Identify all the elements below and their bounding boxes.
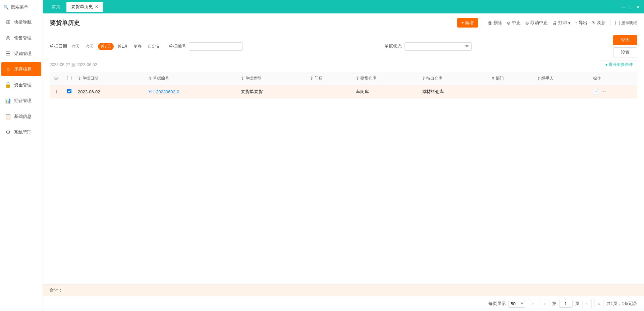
- print-icon: 🖨: [552, 20, 557, 26]
- col-store[interactable]: ⇕ 门店: [307, 72, 353, 85]
- filter-area: 单据日期 昨天 今天 近7天 近1月 更多 自定义 单据编号 单据状态: [43, 31, 644, 72]
- row-checkbox-cell: [63, 85, 75, 98]
- col-pending-warehouse[interactable]: ⇕ 待出仓库: [419, 72, 489, 85]
- table-container: ⚙ ⇕ 单据日期 ⇕ 单据编号: [43, 72, 644, 284]
- status-label: 单据状态: [384, 43, 402, 49]
- col-req-warehouse[interactable]: ⇕ 要货仓库: [353, 72, 419, 85]
- purchase-icon: ☰: [5, 50, 11, 57]
- page-suffix: 页: [575, 301, 580, 307]
- sidebar-item-purchase[interactable]: ☰ 采购管理: [1, 46, 41, 61]
- row-pending-warehouse: 原材料仓库: [419, 85, 489, 98]
- date-btn-custom[interactable]: 自定义: [146, 43, 162, 50]
- sidebar-item-sales[interactable]: ◎ 销售管理: [1, 31, 41, 45]
- base-icon: 📋: [5, 113, 11, 120]
- header-row: ⚙ ⇕ 单据日期 ⇕ 单据编号: [50, 72, 637, 85]
- export-icon: ↑: [575, 20, 578, 26]
- col-bill-no[interactable]: ⇕ 单据编号: [146, 72, 238, 85]
- col-handler[interactable]: ⇕ 经手人: [534, 72, 590, 85]
- sidebar-item-base[interactable]: 📋 基础信息: [1, 109, 41, 124]
- sidebar-item-finance[interactable]: 🔒 资金管理: [1, 78, 41, 92]
- date-btn-1month[interactable]: 近1月: [116, 43, 130, 50]
- sidebar-item-system[interactable]: ⚙ 系统管理: [1, 125, 41, 139]
- col-actions: 操作: [590, 72, 637, 85]
- pagination-prev-prev[interactable]: «: [528, 299, 537, 308]
- sidebar-item-label: 快捷导航: [14, 19, 32, 25]
- stop-label: 中止: [512, 20, 521, 26]
- window-maximize-icon[interactable]: □: [630, 4, 632, 9]
- row-checkbox[interactable]: [67, 89, 71, 93]
- tab-close-icon[interactable]: ✕: [95, 4, 98, 9]
- expand-more-button[interactable]: ▾ 展开更多条件: [601, 60, 637, 69]
- cancel-stop-label: 取消中止: [530, 20, 548, 26]
- sidebar-search-label: 搜索菜单: [11, 4, 28, 10]
- delete-icon: 🗑: [488, 20, 492, 26]
- display-compact-toggle[interactable]: 显示明细: [615, 20, 637, 26]
- delete-label: 删除: [493, 20, 502, 26]
- col-billtype-sort-icon: ⇕: [241, 76, 245, 81]
- pagination-next-next[interactable]: »: [594, 299, 604, 308]
- shortcut-icon: ⊞: [5, 19, 11, 25]
- bill-no-link[interactable]: YH-20230602-0: [149, 89, 179, 94]
- select-all-checkbox[interactable]: [67, 76, 71, 80]
- sidebar-item-shortcut[interactable]: ⊞ 快捷导航: [1, 15, 41, 29]
- col-settings: ⚙: [50, 72, 63, 85]
- operations-icon: 📊: [5, 97, 11, 104]
- per-page-select[interactable]: 50 10 20 100: [508, 300, 525, 308]
- stop-button[interactable]: ⊘ 中止: [507, 20, 521, 26]
- row-num: 1: [50, 85, 63, 98]
- page-label-first: 第: [552, 301, 556, 307]
- window-close-icon[interactable]: ✕: [636, 4, 640, 9]
- print-label: 打印: [558, 20, 567, 26]
- add-button[interactable]: + 新增: [457, 18, 478, 28]
- row-date: 2023-06-02: [75, 85, 146, 98]
- status-select[interactable]: [405, 42, 472, 51]
- filter-row-1: 单据日期 昨天 今天 近7天 近1月 更多 自定义 单据编号 单据状态: [50, 35, 637, 57]
- col-department[interactable]: ⇕ 部门: [489, 72, 534, 85]
- tab-home[interactable]: 首页: [47, 2, 65, 12]
- page-content: 要货单历史 + 新增 🗑 删除 ⊘ 中止 ⊛ 取消中止 🖨 打: [43, 13, 644, 311]
- date-filter: 单据日期 昨天 今天 近7天 近1月 更多 自定义: [50, 43, 162, 50]
- sidebar-search[interactable]: 🔍 搜索菜单: [0, 0, 43, 14]
- action-buttons: 查询 设置: [613, 35, 637, 57]
- refresh-button[interactable]: ↻ 刷新: [592, 20, 606, 26]
- page-number-input[interactable]: [559, 300, 573, 308]
- table-body: 1 2023-06-02 YH-20230602-0 要货单要货: [50, 85, 637, 98]
- refresh-icon: ↻: [592, 20, 596, 26]
- export-button[interactable]: ↑ 导出: [575, 20, 588, 26]
- column-settings-icon[interactable]: ⚙: [52, 74, 60, 83]
- col-date-label: ⇕: [78, 76, 82, 81]
- sidebar-item-inventory[interactable]: ⌂ 库存核算: [1, 62, 41, 76]
- row-handler: [534, 85, 590, 98]
- window-minimize-icon[interactable]: —: [621, 4, 626, 9]
- sidebar: 🔍 搜索菜单 ⊞ 快捷导航 ◎ 销售管理 ☰ 采购管理 ⌂ 库存核算 🔒 资金管…: [0, 0, 43, 311]
- page-title: 要货单历史: [50, 19, 80, 27]
- col-dept-sort-icon: ⇕: [491, 76, 496, 81]
- date-btn-more[interactable]: 更多: [132, 43, 144, 50]
- pagination-prev[interactable]: ‹: [540, 299, 549, 308]
- date-btn-today[interactable]: 今天: [84, 43, 96, 50]
- col-bill-type[interactable]: ⇕ 单据类型: [238, 72, 308, 85]
- bill-number-input[interactable]: [189, 42, 243, 51]
- table-footer: 合计：: [43, 284, 644, 296]
- row-edit-icon[interactable]: 📄: [593, 89, 599, 94]
- date-btn-yesterday[interactable]: 昨天: [70, 43, 82, 50]
- col-store-sort-icon: ⇕: [310, 76, 314, 81]
- row-more-icon[interactable]: ⋯: [601, 89, 606, 94]
- col-billno-sort-icon: ⇕: [149, 76, 153, 81]
- sidebar-item-operations[interactable]: 📊 经营管理: [1, 93, 41, 108]
- export-label: 导出: [579, 20, 587, 26]
- date-filter-label: 单据日期: [50, 43, 67, 49]
- date-btn-7days[interactable]: 近7天: [98, 43, 114, 50]
- inventory-icon: ⌂: [5, 66, 11, 72]
- query-button[interactable]: 查询: [613, 35, 637, 45]
- pagination-next[interactable]: ›: [582, 299, 592, 308]
- settings-button[interactable]: 设置: [613, 47, 637, 57]
- col-date[interactable]: ⇕ 单据日期: [75, 72, 146, 85]
- sidebar-item-label: 经营管理: [14, 98, 32, 104]
- cancel-stop-button[interactable]: ⊛ 取消中止: [525, 20, 548, 26]
- delete-button[interactable]: 🗑 删除: [488, 20, 502, 26]
- tab-requisition-history[interactable]: 要货单历史 ✕: [66, 2, 103, 12]
- pagination: 每页显示 50 10 20 100 « ‹ 第 页 › » 共1页，1条记录: [43, 296, 644, 311]
- display-compact-checkbox[interactable]: [615, 21, 620, 25]
- print-button[interactable]: 🖨 打印 ▾: [552, 20, 571, 26]
